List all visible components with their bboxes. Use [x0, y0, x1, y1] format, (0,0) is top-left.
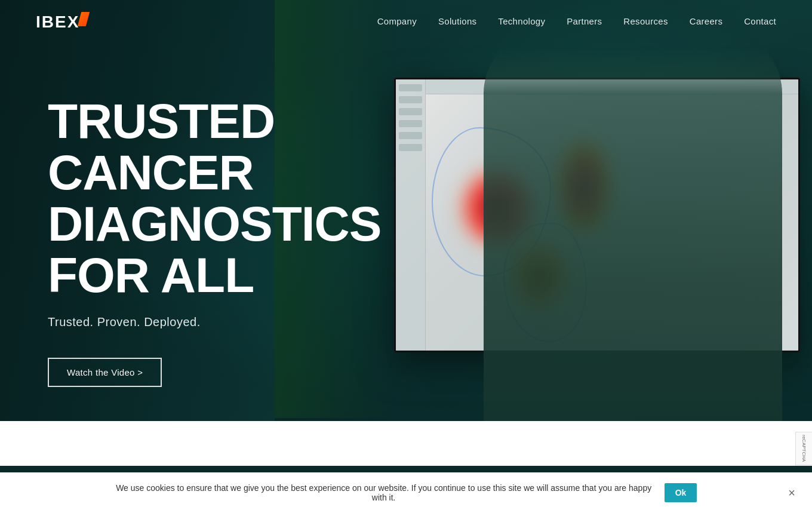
- nav-item-careers[interactable]: Careers: [690, 16, 722, 27]
- hero-title-line4: FOR ALL: [48, 248, 254, 302]
- nav-item-technology[interactable]: Technology: [498, 16, 545, 27]
- logo[interactable]: IBEX: [36, 11, 94, 32]
- bottom-strip: [0, 421, 812, 466]
- recaptcha-badge: reCAPTCHA: [795, 432, 812, 465]
- hero-title-line3: DIAGNOSTICS: [48, 196, 381, 251]
- hero-title: TRUSTED CANCER DIAGNOSTICS FOR ALL: [48, 96, 376, 301]
- hero-content: TRUSTED CANCER DIAGNOSTICS FOR ALL Trust…: [48, 96, 376, 387]
- logo-text: IBEX: [36, 11, 94, 32]
- nav-item-resources[interactable]: Resources: [623, 16, 668, 27]
- monitor-sidebar: [396, 79, 426, 351]
- person-silhouette: [484, 0, 782, 466]
- nav-link-contact[interactable]: Contact: [744, 16, 776, 26]
- logo-slash-icon: [79, 11, 94, 27]
- nav-link-resources[interactable]: Resources: [623, 16, 668, 26]
- nav-link-company[interactable]: Company: [377, 16, 417, 26]
- nav-link-careers[interactable]: Careers: [690, 16, 722, 26]
- recaptcha-label: reCAPTCHA: [801, 435, 807, 462]
- watch-video-button[interactable]: Watch the Video >: [48, 358, 162, 387]
- hero-title-line2: CANCER: [48, 145, 254, 199]
- nav-item-solutions[interactable]: Solutions: [438, 16, 476, 27]
- logo-wordmark: IBEX: [36, 13, 79, 31]
- nav-item-company[interactable]: Company: [377, 16, 417, 27]
- nav-link-partners[interactable]: Partners: [567, 16, 602, 26]
- nav-item-contact[interactable]: Contact: [744, 16, 776, 27]
- hero-subtitle: Trusted. Proven. Deployed.: [48, 315, 376, 329]
- nav-item-partners[interactable]: Partners: [567, 16, 602, 27]
- nav-menu: Company Solutions Technology Partners Re…: [377, 16, 776, 27]
- nav-link-technology[interactable]: Technology: [498, 16, 545, 26]
- hero-title-line1: TRUSTED: [48, 94, 275, 148]
- main-navbar: IBEX Company Solutions Technology Partne…: [0, 0, 812, 42]
- nav-link-solutions[interactable]: Solutions: [438, 16, 476, 26]
- hero-section: IBEX Company Solutions Technology Partne…: [0, 0, 812, 466]
